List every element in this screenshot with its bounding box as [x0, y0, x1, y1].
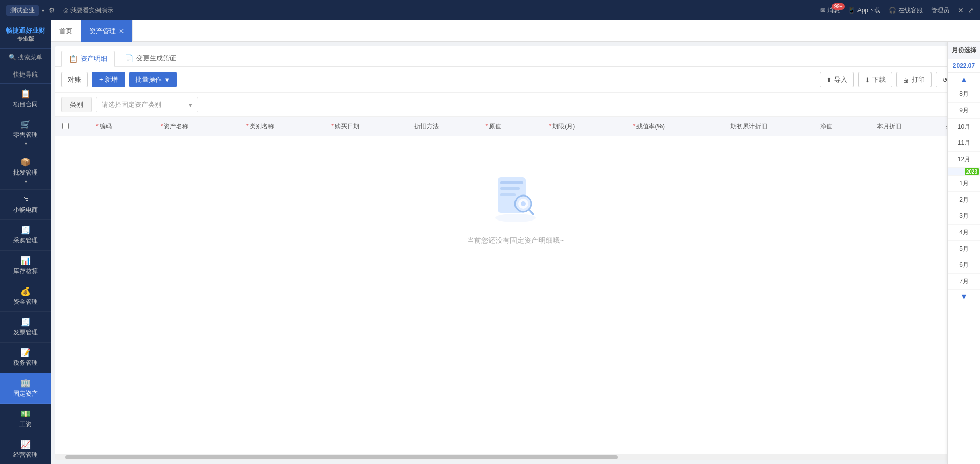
online-service-button[interactable]: 🎧 在线客服 — [889, 6, 923, 15]
sidebar-item-tax[interactable]: 📝 税务管理 — [0, 343, 51, 373]
sidebar-item-purchase[interactable]: 🧾 采购管理 — [0, 220, 51, 251]
col-accumulated-depreciation: 期初累计折旧 — [696, 117, 802, 136]
quick-nav-label: 快捷导航 — [13, 71, 38, 78]
import-icon: ⬆ — [826, 76, 832, 84]
month-item-6[interactable]: 6月 — [948, 257, 980, 274]
empty-icon — [485, 167, 546, 228]
print-label: 打印 — [912, 75, 925, 84]
col-purchase-date: *购买日期 — [303, 117, 388, 136]
app-logo: 畅捷通好业财 专业版 — [4, 27, 47, 42]
month-panel-header: 月份选择 — [948, 42, 980, 59]
month-item-8[interactable]: 8月 — [948, 86, 980, 103]
sidebar-item-label: 税务管理 — [13, 359, 38, 368]
category-placeholder: 请选择固定资产类别 — [102, 100, 161, 109]
month-item-9[interactable]: 9月 — [948, 103, 980, 119]
chevron-down-icon: ▾ — [42, 8, 44, 13]
filter-area: 类别 请选择固定资产类别 ▾ — [55, 93, 976, 117]
batch-button[interactable]: 批量操作 ▼ — [129, 72, 177, 87]
inventory-icon: 📊 — [20, 256, 31, 265]
download-label: 下载 — [872, 75, 886, 84]
print-icon: 🖨 — [903, 76, 910, 84]
month-panel: 月份选择 2022.07 ▲ 8月 9月 10月 11月 12月 2023 1月… — [947, 42, 980, 464]
tab-bar: 首页 资产管理 ✕ — [51, 20, 980, 42]
sidebar-item-retail[interactable]: 🛒 零售管理 ▾ — [0, 114, 51, 152]
month-item-12[interactable]: 12月 — [948, 152, 980, 168]
sidebar-item-label: 零售管理 — [13, 131, 38, 139]
sidebar-item-assets[interactable]: 🏢 固定资产 — [0, 373, 51, 404]
select-all-checkbox[interactable] — [62, 123, 69, 129]
sidebar-item-management[interactable]: 📈 经营管理 — [0, 434, 51, 464]
app-edition: 专业版 — [4, 35, 47, 42]
month-item-5[interactable]: 5月 — [948, 241, 980, 257]
print-button[interactable]: 🖨 打印 — [896, 72, 932, 87]
sub-tab-voucher-label: 变更生成凭证 — [136, 54, 176, 63]
month-item-4[interactable]: 4月 — [948, 225, 980, 241]
sidebar-item-salary[interactable]: 💵 工资 — [0, 404, 51, 434]
sidebar-search[interactable]: 🔍 搜索菜单 — [0, 49, 51, 66]
management-icon: 📈 — [20, 439, 31, 449]
tab-assets-label: 资产管理 — [89, 27, 116, 36]
wholesale-icon: 📦 — [20, 157, 31, 167]
scroll-thumb[interactable] — [65, 455, 618, 459]
search-icon: 🔍 — [9, 54, 16, 61]
download-button[interactable]: ⬇ 下载 — [858, 72, 892, 87]
add-button[interactable]: + 新增 — [92, 72, 125, 87]
month-item-2[interactable]: 2月 — [948, 192, 980, 208]
main-layout: 畅捷通好业财 专业版 🔍 搜索菜单 快捷导航 📋 项目合同 🛒 零售管理 ▾ 📦… — [0, 20, 980, 464]
app-download-button[interactable]: 📱 App下载 — [848, 6, 880, 15]
tab-close-icon[interactable]: ✕ — [119, 28, 124, 35]
download-icon: ⬇ — [865, 76, 870, 84]
detail-tab-icon: 📋 — [69, 55, 78, 63]
month-item-7[interactable]: 7月 — [948, 274, 980, 290]
month-item-1[interactable]: 1月 — [948, 176, 980, 192]
project-icon: 📋 — [20, 89, 31, 99]
col-code: *编码 — [76, 117, 132, 136]
message-button[interactable]: ✉ 消息 99+ — [820, 6, 840, 15]
sub-tab-voucher[interactable]: 📄 变更生成凭证 — [117, 50, 184, 66]
tab-assets[interactable]: 资产管理 ✕ — [81, 20, 133, 42]
category-filter-select[interactable]: 请选择固定资产类别 ▾ — [96, 97, 198, 112]
col-net-value: 净值 — [802, 117, 850, 136]
sidebar-item-label: 发票管理 — [13, 328, 38, 337]
assets-table: *编码 *资产名称 *类别名称 *购买日期 折旧方法 *原值 *期限(月) *残… — [55, 117, 976, 276]
demo-icon: ◎ — [63, 7, 68, 14]
import-button[interactable]: ⬆ 导入 — [820, 72, 854, 87]
company-selector[interactable]: 测试企业 ▾ — [6, 5, 44, 16]
sidebar-item-wholesale[interactable]: 📦 批发管理 ▾ — [0, 152, 51, 190]
batch-arrow-icon: ▼ — [164, 76, 170, 84]
empty-text: 当前您还没有固定资产明细哦~ — [467, 236, 564, 246]
sidebar: 畅捷通好业财 专业版 🔍 搜索菜单 快捷导航 📋 项目合同 🛒 零售管理 ▾ 📦… — [0, 20, 51, 464]
assets-icon: 🏢 — [20, 378, 31, 388]
sub-tab-detail[interactable]: 📋 资产明细 — [61, 51, 115, 67]
month-item-3[interactable]: 3月 — [948, 208, 980, 225]
month-nav-up-button[interactable]: ▲ — [948, 73, 980, 86]
sidebar-item-inventory[interactable]: 📊 库存核算 — [0, 251, 51, 281]
close-panel-icon[interactable]: ✕ — [958, 6, 964, 14]
month-item-11[interactable]: 11月 — [948, 135, 980, 152]
sidebar-item-finance[interactable]: 💰 资金管理 — [0, 281, 51, 312]
month-item-year-2023[interactable]: 2023 — [948, 168, 980, 176]
purchase-icon: 🧾 — [20, 225, 31, 235]
sidebar-item-project[interactable]: 📋 项目合同 — [0, 84, 51, 114]
sidebar-header: 畅捷通好业财 专业版 — [0, 20, 51, 49]
demo-link[interactable]: ◎ 我要看实例演示 — [63, 6, 113, 15]
sidebar-item-label: 库存核算 — [13, 267, 38, 276]
col-monthly-depreciation: 本月折旧 — [850, 117, 927, 136]
headset-icon: 🎧 — [889, 7, 896, 14]
page-content: 📋 资产明细 📄 变更生成凭证 对账 + 新增 — [51, 42, 980, 464]
chevron-down-icon: ▾ — [24, 141, 27, 146]
gear-icon[interactable]: ⚙ — [48, 6, 55, 14]
table-wrapper: *编码 *资产名称 *类别名称 *购买日期 折旧方法 *原值 *期限(月) *残… — [55, 117, 976, 454]
sidebar-item-ecommerce[interactable]: 🛍 小畅电商 — [0, 190, 51, 220]
month-nav-down-button[interactable]: ▼ — [948, 290, 980, 303]
retail-icon: 🛒 — [20, 119, 31, 129]
sidebar-quick-nav[interactable]: 快捷导航 — [0, 66, 51, 84]
sidebar-item-invoice[interactable]: 🧾 发票管理 — [0, 312, 51, 343]
month-item-10[interactable]: 10月 — [948, 119, 980, 135]
expand-panel-icon[interactable]: ⤢ — [968, 6, 974, 14]
reconcile-button[interactable]: 对账 — [61, 72, 88, 87]
company-name[interactable]: 测试企业 — [6, 5, 39, 16]
app-name: 畅捷通好业财 — [4, 27, 47, 35]
tab-home[interactable]: 首页 — [51, 20, 81, 42]
bottom-scrollbar[interactable] — [55, 454, 976, 460]
